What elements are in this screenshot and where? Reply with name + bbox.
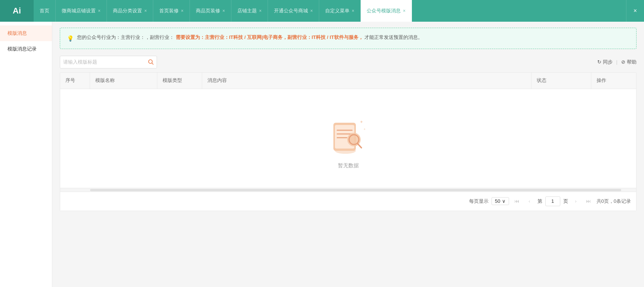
svg-text:✦: ✦: [363, 128, 366, 131]
notice-highlight: 需要设置为：主营行业：IT科技 / 互联网|电子商务，副营行业：IT科技 / I…: [176, 34, 363, 40]
toolbar-right: ↻ 同步 | ⊘ 帮助: [597, 59, 637, 65]
th-type: 模版类型: [157, 73, 202, 89]
empty-text: 暂无数据: [338, 162, 359, 169]
svg-line-10: [357, 143, 361, 148]
empty-state: ✦ ✦ 暂无数据: [60, 89, 636, 188]
sidebar-item-template-msg-record[interactable]: 模版消息记录: [0, 41, 52, 57]
tab-close-home-decor[interactable]: ×: [181, 8, 184, 13]
tab-close-custom-menu[interactable]: ×: [352, 8, 354, 13]
tab-custom-menu[interactable]: 自定义菜单×: [319, 0, 361, 22]
notice-icon: 💡: [67, 34, 74, 43]
table-header: 序号模版名称模版类型消息内容状态操作: [60, 73, 636, 89]
sync-label: 同步: [603, 59, 613, 65]
total-info: 共0页，0条记录: [597, 198, 631, 205]
help-button[interactable]: ⊘ 帮助: [621, 59, 637, 65]
table-wrap: 序号模版名称模版类型消息内容状态操作: [60, 72, 637, 211]
page-size-value: 50: [495, 198, 500, 204]
search-button[interactable]: [148, 59, 154, 65]
tab-micro-shop[interactable]: 微商城店铺设置×: [56, 0, 107, 22]
tab-open-mall[interactable]: 开通公众号商城×: [268, 0, 319, 22]
scrollbar-track[interactable]: [90, 189, 621, 191]
tab-template-msg[interactable]: 公众号模版消息×: [361, 0, 412, 22]
notice-text-after: 才能正常发送预置的消息。: [364, 34, 423, 40]
tab-close-category[interactable]: ×: [144, 8, 147, 13]
next-page-button[interactable]: ›: [571, 196, 581, 206]
th-name: 模版名称: [90, 73, 157, 89]
first-page-button[interactable]: ⏮: [512, 196, 522, 206]
sidebar-item-template-msg[interactable]: 模版消息: [0, 25, 52, 41]
main-layout: 模版消息模版消息记录 💡 您的公众号行业为：主营行业：，副营行业： 需要设置为：…: [0, 22, 644, 287]
tab-close-product-decor[interactable]: ×: [222, 8, 225, 13]
svg-line-1: [152, 63, 154, 65]
svg-text:✦: ✦: [360, 119, 363, 125]
sync-button[interactable]: ↻ 同步: [597, 59, 613, 65]
notice-text-before: 您的公众号行业为：主营行业：，副营行业：: [77, 34, 174, 40]
pagination: 每页显示 50 ∨ ⏮ ‹ 第 页 › ⏭ 共0页，0条记录: [60, 192, 636, 211]
th-action: 操作: [591, 73, 636, 89]
tab-close-store-theme[interactable]: ×: [259, 8, 262, 13]
last-page-button[interactable]: ⏭: [584, 196, 594, 206]
tab-product-decor[interactable]: 商品页装修×: [190, 0, 231, 22]
page-size-label: 每页显示: [469, 198, 489, 205]
page-di-label: 第: [537, 198, 542, 205]
page-unit-label: 页: [563, 198, 568, 205]
tab-category[interactable]: 商品分类设置×: [107, 0, 153, 22]
tab-close-micro-shop[interactable]: ×: [98, 8, 101, 13]
global-close-button[interactable]: ×: [626, 0, 644, 22]
top-nav: Ai 首页微商城店铺设置×商品分类设置×首页装修×商品页装修×店铺主题×开通公众…: [0, 0, 644, 22]
page-number-input[interactable]: [545, 196, 560, 206]
th-index: 序号: [60, 73, 90, 89]
scrollbar-area[interactable]: [60, 188, 636, 192]
notice-text: 您的公众号行业为：主营行业：，副营行业： 需要设置为：主营行业：IT科技 / 互…: [77, 33, 423, 42]
search-wrap[interactable]: [60, 56, 157, 68]
logo-text: Ai: [13, 6, 21, 16]
tab-home-decor[interactable]: 首页装修×: [153, 0, 190, 22]
empty-icon: ✦ ✦: [326, 112, 371, 156]
nav-tabs: 首页微商城店铺设置×商品分类设置×首页装修×商品页装修×店铺主题×开通公众号商城…: [34, 0, 626, 22]
th-content: 消息内容: [202, 73, 531, 89]
prev-page-button[interactable]: ‹: [525, 196, 534, 206]
content-area: 💡 您的公众号行业为：主营行业：，副营行业： 需要设置为：主营行业：IT科技 /…: [52, 22, 644, 287]
help-label: 帮助: [627, 59, 637, 65]
page-size-select[interactable]: 50 ∨: [492, 197, 509, 205]
sidebar: 模版消息模版消息记录: [0, 22, 52, 287]
th-status: 状态: [531, 73, 591, 89]
tab-store-theme[interactable]: 店铺主题×: [231, 0, 268, 22]
tab-close-template-msg[interactable]: ×: [403, 8, 406, 13]
tab-home[interactable]: 首页: [34, 0, 56, 22]
logo: Ai: [0, 0, 34, 22]
sync-icon: ↻: [597, 59, 601, 65]
toolbar-divider: |: [616, 59, 617, 65]
search-input[interactable]: [63, 59, 148, 65]
notice-box: 💡 您的公众号行业为：主营行业：，副营行业： 需要设置为：主营行业：IT科技 /…: [60, 28, 637, 49]
tab-close-open-mall[interactable]: ×: [310, 8, 313, 13]
chevron-down-icon: ∨: [502, 198, 506, 204]
toolbar: ↻ 同步 | ⊘ 帮助: [60, 56, 637, 68]
help-icon: ⊘: [621, 59, 625, 65]
